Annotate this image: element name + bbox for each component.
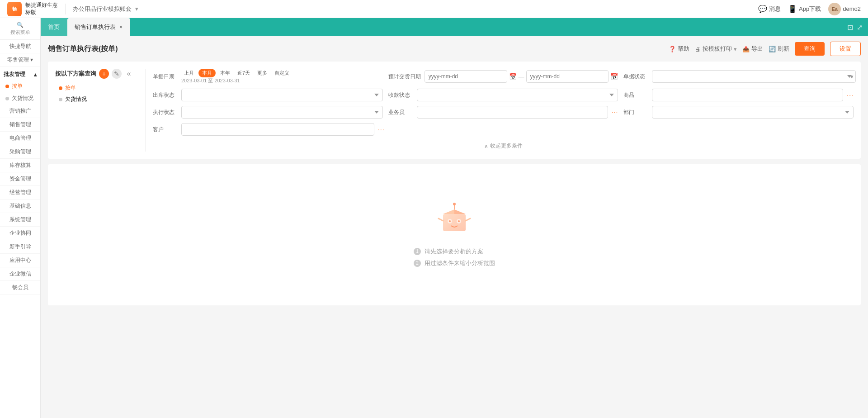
date-btn-custom[interactable]: 自定义 <box>272 69 292 77</box>
chevron-up-icon: ▴ <box>34 71 37 78</box>
username-label: demo2 <box>843 5 861 12</box>
payment-select[interactable] <box>417 89 618 101</box>
sidebar-item-marketing[interactable]: 营销推广 <box>0 104 40 118</box>
scheme-by-order[interactable]: 按单 <box>55 82 138 94</box>
salesperson-input[interactable] <box>417 106 608 119</box>
refresh-icon: 🔄 <box>769 46 776 52</box>
date-btn-this-year[interactable]: 本年 <box>217 69 233 77</box>
sidebar-item-wechat[interactable]: 企业微信 <box>0 267 40 281</box>
app-title: 办公用品行业模拟账套 <box>73 5 132 13</box>
add-icon: + <box>102 70 106 77</box>
edit-scheme-button[interactable]: ✎ <box>112 69 122 79</box>
tab-active[interactable]: 销售订单执行表 × <box>67 18 130 36</box>
svg-marker-2 <box>454 209 466 214</box>
message-icon: 💬 <box>758 5 767 13</box>
sidebar-item-retail[interactable]: 零售管理 ▾ <box>0 53 40 67</box>
sidebar-item-app-center[interactable]: 应用中心 <box>0 254 40 267</box>
home-tab-label: 首页 <box>48 23 60 31</box>
help-icon: ❓ <box>669 46 676 52</box>
filter-panel-title: 按以下方案查询 <box>55 70 96 78</box>
sidebar-item-by-order[interactable]: 按单 <box>0 80 40 92</box>
tab-bar-actions: ⊡ ⤢ <box>842 18 868 36</box>
svg-line-10 <box>466 218 470 221</box>
collapse-more-label: 收起更多条件 <box>490 142 523 150</box>
tab-home[interactable]: 首页 <box>41 18 67 36</box>
add-scheme-button[interactable]: + <box>99 69 109 79</box>
filter-row-3: 执行状态 业务员 ··· 部门 <box>153 106 854 119</box>
sidebar-item-finance[interactable]: 资金管理 <box>0 172 40 186</box>
template-print-button[interactable]: 🖨 按模板打印 ▾ <box>695 45 737 53</box>
filter-row-2: 出库状态 收款状态 <box>153 89 854 101</box>
date-btn-7days[interactable]: 近7天 <box>235 69 253 77</box>
print-dropdown-icon: ▾ <box>734 46 737 52</box>
collapse-scheme-button[interactable]: « <box>124 69 133 78</box>
app-title-dropdown-icon[interactable]: ▾ <box>135 5 138 12</box>
payment-label: 收款状态 <box>388 91 413 99</box>
sidebar-item-ecommerce[interactable]: 电商管理 <box>0 132 40 145</box>
tip-num-2: 2 <box>414 260 421 267</box>
sidebar-search-label: 搜索菜单 <box>4 29 37 36</box>
date-btn-more[interactable]: 更多 <box>255 69 270 77</box>
collapse-more-button[interactable]: ∧ 收起更多条件 <box>484 142 523 150</box>
sidebar-search[interactable]: 🔍 搜索菜单 <box>0 18 40 40</box>
help-button[interactable]: ❓ 帮助 <box>669 45 689 53</box>
product-input[interactable] <box>652 89 843 101</box>
date-separator: — <box>519 73 524 80</box>
query-button[interactable]: 查询 <box>795 42 825 56</box>
filter-fields: 单据日期 上月 本月 本年 近7天 更多 自定义 <box>153 69 854 152</box>
svg-marker-1 <box>443 209 454 214</box>
status-select[interactable] <box>652 70 856 83</box>
product-more-icon[interactable]: ··· <box>847 91 854 99</box>
filter-field-execution: 执行状态 <box>153 106 383 119</box>
empty-state: 1 请先选择要分析的方案 2 用过滤条件来缩小分析范围 <box>48 164 861 305</box>
customer-more-icon[interactable]: ··· <box>378 126 385 133</box>
sidebar-item-purchase[interactable]: 采购管理 <box>0 145 40 159</box>
date-btn-last-month[interactable]: 上月 <box>181 69 197 77</box>
date-btn-this-month[interactable]: 本月 <box>198 69 216 77</box>
sidebar-item-sales-mgmt[interactable]: 销售管理 <box>0 118 40 132</box>
sidebar-item-newbie[interactable]: 新手引导 <box>0 240 40 254</box>
sidebar-item-wholesale[interactable]: 批发管理 ▴ <box>0 67 40 80</box>
message-action[interactable]: 💬 消息 <box>758 5 781 13</box>
sidebar-item-quick-nav[interactable]: 快捷导航 <box>0 40 40 53</box>
refresh-button[interactable]: 🔄 刷新 <box>769 45 789 53</box>
tab-expand-icon[interactable]: ⤢ <box>857 23 863 32</box>
customer-label: 客户 <box>153 126 178 133</box>
tab-restore-icon[interactable]: ⊡ <box>847 23 853 32</box>
scheme-stock-shortage[interactable]: 欠货情况 <box>55 94 138 105</box>
customer-input[interactable] <box>181 123 374 136</box>
sidebar-item-basic-info[interactable]: 基础信息 <box>0 200 40 213</box>
delivery-select[interactable] <box>181 89 383 101</box>
search-icon: 🔍 <box>17 22 24 28</box>
page-header: 销售订单执行表(按单) ❓ 帮助 🖨 按模板打印 ▾ 📤 导出 <box>48 42 861 56</box>
filter-field-payment: 收款状态 <box>388 89 618 101</box>
salesperson-more-icon[interactable]: ··· <box>612 109 618 116</box>
department-select[interactable] <box>652 106 854 119</box>
empty-tips: 1 请先选择要分析的方案 2 用过滤条件来缩小分析范围 <box>414 246 495 269</box>
sidebar-item-system[interactable]: 系统管理 <box>0 213 40 227</box>
sidebar-item-inventory[interactable]: 库存核算 <box>0 159 40 172</box>
filter-panel: 按以下方案查询 + ✎ « <box>48 62 861 159</box>
filter-field-customer: 客户 ··· <box>153 123 385 136</box>
expected-date-from[interactable] <box>425 70 507 83</box>
filter-row-4: 客户 ··· <box>153 123 854 136</box>
app-title-bar: 办公用品行业模拟账套 ▾ <box>73 5 138 13</box>
execution-select[interactable] <box>181 106 383 119</box>
chevron-up-icon: ∧ <box>484 143 488 149</box>
sidebar-item-enterprise[interactable]: 企业协同 <box>0 227 40 240</box>
main-layout: 🔍 搜索菜单 快捷导航 零售管理 ▾ 批发管理 ▴ 按单 欠货情况 营销推广 <box>0 18 868 418</box>
sidebar-item-operations[interactable]: 经营管理 <box>0 186 40 200</box>
export-button[interactable]: 📤 导出 <box>742 45 763 53</box>
user-action[interactable]: Ea demo2 <box>828 3 861 15</box>
tab-close-icon[interactable]: × <box>119 24 123 30</box>
settings-button[interactable]: 设置 <box>830 42 861 56</box>
sidebar-item-member[interactable]: 畅会员 <box>0 281 40 294</box>
app-download-action[interactable]: 📱 App下载 <box>788 5 821 13</box>
refresh-label: 刷新 <box>778 45 789 53</box>
filter-field-product: 商品 ··· <box>623 89 854 101</box>
filter-field-salesperson: 业务员 ··· <box>388 106 618 119</box>
page-content: 销售订单执行表(按单) ❓ 帮助 🖨 按模板打印 ▾ 📤 导出 <box>41 36 868 418</box>
expected-date-to[interactable] <box>526 70 609 83</box>
stock-shortage-label: 欠货情况 <box>12 95 33 102</box>
sidebar-item-stock-shortage[interactable]: 欠货情况 <box>0 92 40 104</box>
